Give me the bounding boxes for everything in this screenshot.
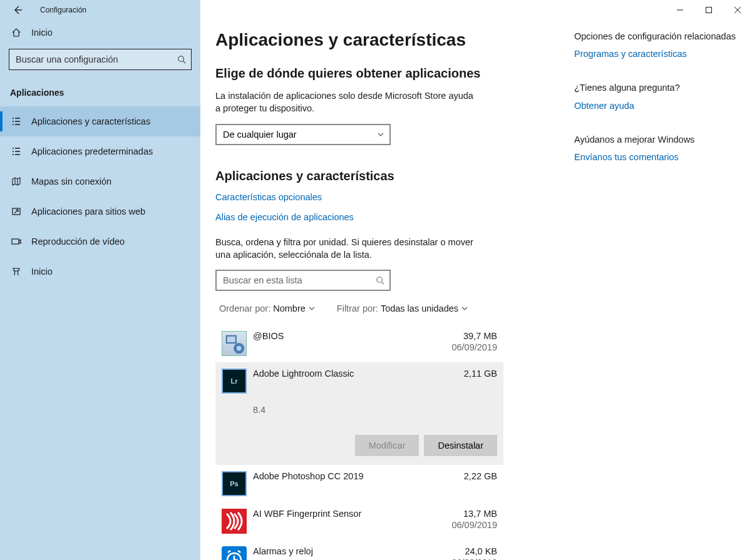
sort-label: Ordenar por:	[219, 303, 270, 313]
modify-button: Modificar	[355, 435, 420, 456]
app-size: 39,7 MB	[451, 331, 497, 341]
window-title: Configuración	[40, 6, 86, 14]
home-icon	[10, 28, 23, 38]
app-name: @BIOS	[253, 331, 284, 341]
app-item-alarms[interactable]: Alarmas y reloj Microsoft Corporation 24…	[215, 540, 503, 560]
programs-features-link[interactable]: Programas y características	[574, 49, 737, 59]
get-help-link[interactable]: Obtener ayuda	[574, 101, 737, 111]
app-size: 2,22 GB	[464, 471, 497, 481]
app-icon	[222, 546, 247, 560]
app-list-search-input[interactable]	[217, 275, 371, 285]
search-icon	[371, 276, 389, 285]
app-version: 8.4	[253, 405, 497, 415]
video-icon	[10, 237, 23, 247]
nav-list: Aplicaciones y características Aplicacio…	[0, 106, 200, 287]
search-icon	[172, 55, 191, 64]
app-date: 06/09/2019	[451, 342, 497, 352]
nav-section-title: Aplicaciones	[0, 70, 200, 106]
settings-search-input[interactable]	[9, 54, 172, 64]
content: Aplicaciones y características Elige de …	[200, 20, 752, 560]
app-size: 2,11 GB	[464, 369, 497, 379]
app-icon: Lr	[222, 369, 247, 394]
filter-control[interactable]: Filtrar por: Todas las unidades	[337, 303, 468, 313]
chevron-down-icon	[377, 131, 384, 138]
app-source-dropdown[interactable]: De cualquier lugar	[215, 124, 391, 145]
app-name: AI WBF Fingerprint Sensor	[253, 509, 361, 519]
nav-label: Inicio	[31, 267, 53, 277]
app-name: Adobe Photoshop CC 2019	[253, 471, 364, 481]
app-icon	[222, 509, 247, 534]
home-label: Inicio	[31, 28, 53, 38]
nav-apps-websites[interactable]: Aplicaciones para sitios web	[0, 196, 200, 227]
home-nav[interactable]: Inicio	[0, 20, 200, 44]
nav-label: Reproducción de vídeo	[31, 237, 125, 247]
app-date: 06/09/2019	[451, 520, 497, 530]
sidebar: Configuración Inicio Aplicaciones Aplica…	[0, 0, 200, 560]
nav-video-playback[interactable]: Reproducción de vídeo	[0, 227, 200, 257]
optional-features-link[interactable]: Características opcionales	[215, 192, 557, 202]
chevron-down-icon	[308, 305, 316, 312]
maximize-button[interactable]	[694, 0, 723, 20]
page-title: Aplicaciones y características	[215, 30, 557, 50]
uninstall-button[interactable]: Desinstalar	[424, 435, 497, 456]
app-item-photoshop[interactable]: Ps Adobe Photoshop CC 2019 2,22 GB	[215, 465, 503, 502]
app-date: 06/09/2019	[451, 557, 497, 560]
app-item-fingerprint[interactable]: AI WBF Fingerprint Sensor 13,7 MB 06/09/…	[215, 502, 503, 540]
nav-label: Aplicaciones predeterminadas	[31, 146, 153, 156]
nav-offline-maps[interactable]: Mapas sin conexión	[0, 166, 200, 196]
list-desc: Busca, ordena y filtra por unidad. Si qu…	[215, 236, 485, 262]
minimize-button[interactable]	[666, 0, 694, 20]
choose-source-heading: Elige de dónde quieres obtener aplicacio…	[215, 66, 557, 81]
search-wrap	[0, 44, 200, 70]
execution-alias-link[interactable]: Alias de ejecución de aplicaciones	[215, 212, 557, 222]
apps-section-heading: Aplicaciones y características	[215, 169, 557, 183]
settings-search[interactable]	[9, 49, 192, 70]
list-icon	[10, 116, 23, 126]
nav-label: Mapas sin conexión	[31, 176, 111, 186]
nav-default-apps[interactable]: Aplicaciones predeterminadas	[0, 136, 200, 166]
maximize-icon	[706, 7, 712, 13]
app-item-lightroom[interactable]: Lr Adobe Lightroom Classic 2,11 GB 8.4 M…	[215, 362, 503, 465]
app-size: 24,0 KB	[451, 546, 497, 556]
app-actions: Modificar Desinstalar	[222, 435, 497, 456]
svg-point-4	[377, 277, 383, 283]
window-controls	[200, 0, 752, 20]
app-name: Alarmas y reloj	[253, 546, 337, 556]
app-size: 13,7 MB	[451, 509, 497, 519]
nav-label: Aplicaciones para sitios web	[31, 206, 145, 216]
improve-heading: Ayúdanos a mejorar Windows	[574, 133, 737, 146]
app-icon: Ps	[222, 471, 247, 496]
nav-apps-features[interactable]: Aplicaciones y características	[0, 106, 200, 136]
svg-rect-3	[706, 8, 712, 13]
app-icon	[222, 331, 247, 356]
close-button[interactable]	[723, 0, 752, 20]
arrow-left-icon	[13, 5, 23, 15]
back-button[interactable]	[10, 3, 25, 18]
content-sidebar: Opciones de configuración relacionadas P…	[574, 30, 737, 560]
content-main: Aplicaciones y características Elige de …	[215, 30, 557, 560]
startup-icon	[10, 267, 23, 277]
svg-rect-2	[12, 239, 19, 244]
question-heading: ¿Tienes alguna pregunta?	[574, 81, 737, 94]
main: Aplicaciones y características Elige de …	[200, 0, 752, 560]
sort-value: Nombre	[273, 303, 306, 313]
feedback-link[interactable]: Envíanos tus comentarios	[574, 152, 737, 162]
link-icon	[10, 206, 23, 216]
app-list: @BIOS 39,7 MB 06/09/2019 Lr Adobe Lightr…	[215, 325, 503, 560]
sort-filter-row: Ordenar por: Nombre Filtrar por: Todas l…	[215, 303, 557, 313]
app-list-search[interactable]	[215, 270, 391, 291]
svg-point-0	[178, 56, 184, 62]
filter-label: Filtrar por:	[337, 303, 378, 313]
defaults-icon	[10, 146, 23, 156]
app-item-bios[interactable]: @BIOS 39,7 MB 06/09/2019	[215, 325, 503, 362]
sort-control[interactable]: Ordenar por: Nombre	[219, 303, 316, 313]
map-icon	[10, 176, 23, 186]
filter-value: Todas las unidades	[381, 303, 458, 313]
app-name: Adobe Lightroom Classic	[253, 369, 354, 379]
titlebar: Configuración	[0, 0, 200, 20]
nav-startup[interactable]: Inicio	[0, 257, 200, 287]
related-heading: Opciones de configuración relacionadas	[574, 30, 737, 43]
chevron-down-icon	[461, 305, 468, 312]
minimize-icon	[677, 7, 683, 13]
close-icon	[734, 7, 741, 13]
